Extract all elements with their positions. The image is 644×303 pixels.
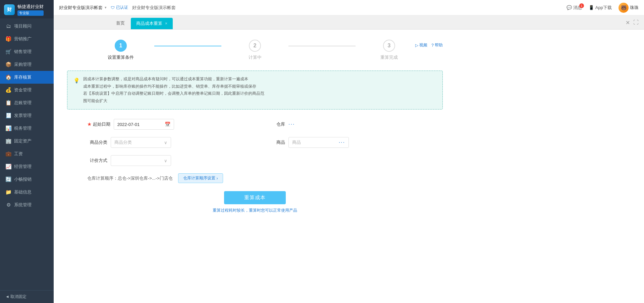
calc-order-arrow-icon: › <box>217 176 218 181</box>
pricing-chevron-icon: ∨ <box>164 158 167 163</box>
goods-placeholder: 商品 <box>292 139 301 145</box>
step-3-label: 重算完成 <box>380 54 398 60</box>
step-2-circle: 2 <box>249 40 261 52</box>
tab-home-label: 首页 <box>116 20 125 26</box>
edition-badge: 专业版 <box>17 10 44 16</box>
tab-home[interactable]: 首页 <box>111 18 130 29</box>
phone-icon: 📱 <box>589 5 594 10</box>
system-icon: ⚙ <box>5 202 11 208</box>
sales-icon: 🛒 <box>5 49 11 55</box>
avatar: 🐻 <box>619 3 629 13</box>
project-icon: 🗂 <box>5 23 11 29</box>
sidebar-logo: 财 畅捷通好业财 专业版 <box>0 0 54 18</box>
calc-order-btn-label: 仓库计算顺序设置 <box>183 175 215 181</box>
step-1: 1 设置重算条件 <box>87 40 154 60</box>
sidebar-nav: 🗂 项目顾问 🎁 营销推广 🛒 销售管理 📦 采购管理 🏠 库存核算 💰 资金管… <box>0 18 54 290</box>
window-controls: ✕ ⛶ <box>626 19 639 26</box>
form-row-3: 计价方式 ∨ <box>87 155 423 166</box>
step-1-circle: 1 <box>115 40 127 52</box>
calc-order-row: 仓库计算顺序：总仓->深圳仓库->...->门店仓 仓库计算顺序设置 › <box>87 173 423 183</box>
warehouse-label: 仓库 <box>265 121 285 127</box>
category-label: 商品分类 <box>87 139 107 145</box>
sidebar-item-inventory[interactable]: 🏠 库存核算 <box>0 71 54 84</box>
sidebar-item-finance[interactable]: 💰 资金管理 <box>0 84 54 96</box>
purchase-icon: 📦 <box>5 61 11 68</box>
sidebar-item-label: 发票管理 <box>14 113 32 119</box>
sidebar-item-label: 营销推广 <box>14 36 32 42</box>
goods-input[interactable]: 商品 ··· <box>288 137 349 148</box>
main-area: 好业财专业版演示帐套 ▾ 🛡 已认证 好业财专业版演示帐套 💬 消息 1 📱 A… <box>54 0 644 303</box>
start-date-label: ★ 起始日期 <box>87 121 110 127</box>
sidebar-item-label: 项目顾问 <box>14 23 32 29</box>
notification-badge: 1 <box>579 3 584 8</box>
verified-text: 已认证 <box>116 5 128 10</box>
calc-order-settings-button[interactable]: 仓库计算顺序设置 › <box>178 173 223 183</box>
basic-icon: 📁 <box>5 189 11 195</box>
sidebar-item-payroll[interactable]: 💼 工资 <box>0 147 54 160</box>
tax-icon: 📊 <box>5 125 11 131</box>
sidebar-item-project[interactable]: 🗂 项目顾问 <box>0 20 54 33</box>
sidebar-item-system[interactable]: ⚙ 系统管理 <box>0 199 54 211</box>
tab-close-icon[interactable]: × <box>165 21 167 26</box>
video-link[interactable]: ▷ 视频 <box>415 42 427 48</box>
topbar: 好业财专业版演示帐套 ▾ 🛡 已认证 好业财专业版演示帐套 💬 消息 1 📱 A… <box>54 0 644 15</box>
pricing-label: 计价方式 <box>87 158 107 164</box>
tab-cost-recalc[interactable]: 商品成本重算 × <box>131 18 173 29</box>
start-date-input[interactable]: 2022-07-01 📅 <box>114 119 174 130</box>
sidebar-item-sales[interactable]: 🛒 销售管理 <box>0 45 54 58</box>
expense-icon: 🔄 <box>5 176 11 182</box>
step-3: 3 重算完成 <box>356 40 423 60</box>
app-download-button[interactable]: 📱 App下载 <box>589 5 612 11</box>
expand-window-button[interactable]: ⛶ <box>633 19 639 26</box>
recalc-hint: 重算过程耗时较长，重算时您可以正常使用产品 <box>213 208 297 213</box>
help-link[interactable]: ? 帮助 <box>431 42 443 48</box>
calendar-icon[interactable]: 📅 <box>165 122 170 127</box>
sidebar-item-invoice[interactable]: 🧾 发票管理 <box>0 109 54 122</box>
notice-line1: 因成本计算参数调整，或是对商品成本有疑问时，可以通过成本重算功能，重新计算一遍成… <box>83 76 264 83</box>
content-area: 1 设置重算条件 2 计算中 3 重算完成 ▷ 视频 ? 帮助 <box>54 30 644 303</box>
verified-account-name: 好业财专业版演示帐套 <box>132 5 176 11</box>
app-logo-icon: 财 <box>4 4 15 15</box>
sidebar-item-label: 资金管理 <box>14 87 32 93</box>
sidebar-item-label: 经营管理 <box>14 164 32 170</box>
inventory-icon: 🏠 <box>5 74 11 80</box>
sidebar-item-tax[interactable]: 📊 税务管理 <box>0 122 54 135</box>
category-select[interactable]: 商品分类 ∨ <box>111 137 171 148</box>
user-name: 珠珠 <box>630 5 639 11</box>
goods-dots[interactable]: ··· <box>339 139 345 145</box>
sidebar-item-label: 基础信息 <box>14 189 32 195</box>
sidebar-item-label: 固定资产 <box>14 138 32 144</box>
warehouse-dots[interactable]: ··· <box>288 121 295 127</box>
message-icon: 💬 <box>567 5 572 10</box>
recalc-button[interactable]: 重算成本 <box>224 191 286 204</box>
account-selector[interactable]: 好业财专业版演示帐套 ▾ <box>59 5 107 11</box>
start-date-value: 2022-07-01 <box>117 122 163 127</box>
form-section: ★ 起始日期 2022-07-01 📅 仓库 ··· <box>67 119 443 213</box>
app-name: 畅捷通好业财 <box>17 4 44 10</box>
step-line-2 <box>288 46 356 46</box>
tabbar: 首页 商品成本重算 × ✕ ⛶ <box>54 15 644 30</box>
topbar-right: 💬 消息 1 📱 App下载 🐻 珠珠 <box>567 3 639 13</box>
message-button[interactable]: 💬 消息 1 <box>567 5 582 11</box>
notice-content: 因成本计算参数调整，或是对商品成本有疑问时，可以通过成本重算功能，重新计算一遍成… <box>83 76 264 104</box>
sidebar-item-assets[interactable]: 🏢 固定资产 <box>0 135 54 147</box>
sidebar-item-operations[interactable]: 📈 经营管理 <box>0 160 54 173</box>
sidebar-item-marketing[interactable]: 🎁 营销推广 <box>0 33 54 45</box>
close-window-button[interactable]: ✕ <box>626 19 630 26</box>
marketing-icon: 🎁 <box>5 36 11 42</box>
pricing-field: 计价方式 ∨ <box>87 155 245 166</box>
user-menu[interactable]: 🐻 珠珠 <box>619 3 639 13</box>
sidebar-item-label: 销售管理 <box>14 49 32 55</box>
pricing-select[interactable]: ∨ <box>111 155 171 166</box>
category-placeholder: 商品分类 <box>114 139 132 145</box>
goods-label: 商品 <box>265 139 285 145</box>
sidebar-item-basic[interactable]: 📁 基础信息 <box>0 186 54 199</box>
sidebar-item-accounting[interactable]: 📋 总账管理 <box>0 96 54 109</box>
form-row-1: ★ 起始日期 2022-07-01 📅 仓库 ··· <box>87 119 423 130</box>
sidebar-item-expense[interactable]: 🔄 小畅报销 <box>0 173 54 186</box>
app-download-label: App下载 <box>595 5 612 11</box>
tab-cost-recalc-label: 商品成本重算 <box>136 20 162 27</box>
sidebar-item-purchase[interactable]: 📦 采购管理 <box>0 58 54 71</box>
sidebar-item-label: 系统管理 <box>14 202 32 208</box>
unpin-button[interactable]: ◄ 取消固定 <box>0 290 54 303</box>
